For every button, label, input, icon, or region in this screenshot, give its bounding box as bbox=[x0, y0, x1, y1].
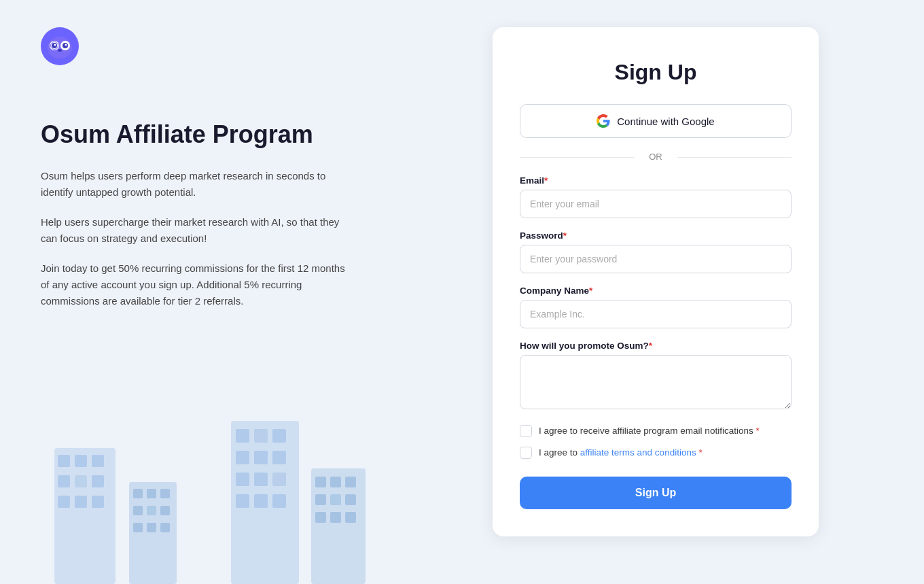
company-input[interactable] bbox=[520, 300, 792, 328]
svg-rect-26 bbox=[160, 506, 170, 515]
svg-rect-11 bbox=[58, 455, 70, 467]
google-signin-button[interactable]: Continue with Google bbox=[520, 104, 792, 138]
svg-rect-42 bbox=[272, 494, 286, 508]
logo bbox=[41, 27, 346, 65]
svg-rect-16 bbox=[92, 475, 104, 487]
checkbox2-input[interactable] bbox=[520, 447, 532, 459]
google-btn-label: Continue with Google bbox=[617, 116, 714, 127]
svg-rect-13 bbox=[92, 455, 104, 467]
svg-point-8 bbox=[58, 49, 62, 52]
checkbox1-input[interactable] bbox=[520, 425, 532, 437]
svg-rect-47 bbox=[315, 494, 326, 505]
promote-label: How will you promote Osum?* bbox=[520, 341, 792, 351]
svg-rect-41 bbox=[254, 494, 268, 508]
svg-rect-36 bbox=[272, 451, 286, 464]
svg-rect-14 bbox=[58, 475, 70, 487]
osum-logo-icon bbox=[41, 27, 79, 65]
left-desc-3: Join today to get 50% recurring commissi… bbox=[41, 260, 346, 309]
svg-rect-21 bbox=[133, 489, 143, 498]
svg-rect-37 bbox=[236, 473, 249, 486]
signup-button[interactable]: Sign Up bbox=[520, 477, 792, 509]
checkbox1-group: I agree to receive affiliate program ema… bbox=[520, 424, 792, 438]
svg-rect-33 bbox=[272, 429, 286, 443]
svg-rect-19 bbox=[92, 496, 104, 508]
svg-rect-23 bbox=[160, 489, 170, 498]
svg-rect-28 bbox=[147, 523, 156, 532]
or-divider: OR bbox=[520, 152, 792, 162]
left-desc-1: Osum helps users perform deep market res… bbox=[41, 168, 346, 201]
svg-rect-27 bbox=[133, 523, 143, 532]
promote-field-group: How will you promote Osum?* bbox=[520, 341, 792, 412]
svg-rect-18 bbox=[75, 496, 87, 508]
password-field-group: Password* bbox=[520, 230, 792, 273]
left-panel: Osum Affiliate Program Osum helps users … bbox=[0, 0, 387, 584]
promote-textarea[interactable] bbox=[520, 355, 792, 409]
or-text: OR bbox=[649, 152, 662, 162]
password-input[interactable] bbox=[520, 245, 792, 273]
svg-rect-12 bbox=[75, 455, 87, 467]
svg-rect-17 bbox=[58, 496, 70, 508]
svg-point-6 bbox=[54, 44, 56, 46]
svg-rect-46 bbox=[345, 477, 356, 487]
buildings-illustration bbox=[0, 380, 387, 584]
form-card: Sign Up Continue with Google OR Email* bbox=[493, 27, 819, 536]
google-icon bbox=[597, 114, 610, 128]
form-title: Sign Up bbox=[520, 60, 792, 85]
email-input[interactable] bbox=[520, 190, 792, 218]
right-panel: Sign Up Continue with Google OR Email* bbox=[387, 0, 924, 584]
company-label: Company Name* bbox=[520, 286, 792, 296]
svg-rect-24 bbox=[133, 506, 143, 515]
svg-rect-49 bbox=[345, 494, 356, 505]
svg-rect-34 bbox=[236, 451, 249, 464]
svg-rect-52 bbox=[345, 512, 356, 523]
checkbox2-group: I agree to affiliate terms and condition… bbox=[520, 446, 792, 460]
left-title: Osum Affiliate Program bbox=[41, 120, 346, 149]
checkbox2-label[interactable]: I agree to affiliate terms and condition… bbox=[539, 446, 703, 460]
svg-rect-50 bbox=[315, 512, 326, 523]
svg-rect-15 bbox=[75, 475, 87, 487]
checkbox1-label[interactable]: I agree to receive affiliate program ema… bbox=[539, 424, 760, 438]
company-field-group: Company Name* bbox=[520, 286, 792, 328]
svg-rect-32 bbox=[254, 429, 268, 443]
svg-rect-10 bbox=[54, 448, 116, 584]
terms-link[interactable]: affiliate terms and conditions bbox=[580, 447, 696, 458]
svg-rect-44 bbox=[315, 477, 326, 487]
svg-rect-31 bbox=[236, 429, 249, 443]
left-desc-2: Help users supercharge their market rese… bbox=[41, 214, 346, 247]
svg-rect-25 bbox=[147, 506, 156, 515]
svg-rect-22 bbox=[147, 489, 156, 498]
svg-rect-39 bbox=[272, 473, 286, 486]
svg-rect-51 bbox=[330, 512, 341, 523]
svg-point-7 bbox=[65, 44, 67, 46]
svg-rect-38 bbox=[254, 473, 268, 486]
svg-rect-48 bbox=[330, 494, 341, 505]
password-label: Password* bbox=[520, 230, 792, 241]
svg-rect-29 bbox=[160, 523, 170, 532]
email-label: Email* bbox=[520, 175, 792, 186]
signup-label: Sign Up bbox=[635, 487, 676, 498]
email-field-group: Email* bbox=[520, 175, 792, 218]
svg-rect-45 bbox=[330, 477, 341, 487]
left-content: Osum Affiliate Program Osum helps users … bbox=[41, 120, 346, 309]
svg-rect-40 bbox=[236, 494, 249, 508]
svg-rect-35 bbox=[254, 451, 268, 464]
